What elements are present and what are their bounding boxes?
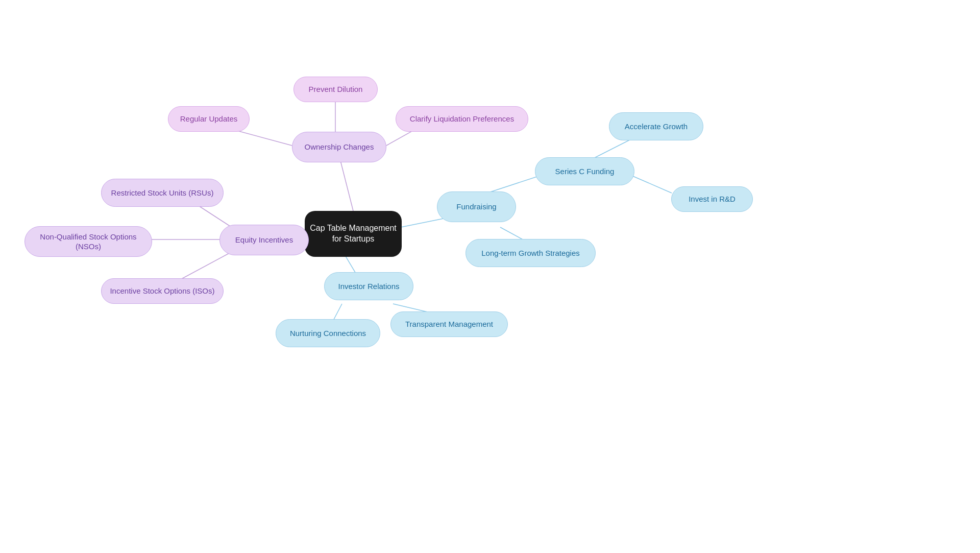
svg-line-15 — [633, 176, 672, 193]
longterm-growth-label: Long-term Growth Strategies — [479, 248, 582, 258]
series-c-label: Series C Funding — [553, 166, 617, 177]
regular-updates-node[interactable]: Regular Updates — [168, 106, 250, 132]
transparent-management-label: Transparent Management — [403, 319, 495, 329]
accelerate-growth-node[interactable]: Accelerate Growth — [609, 112, 703, 140]
isos-node[interactable]: Incentive Stock Options (ISOs) — [101, 278, 224, 304]
regular-updates-label: Regular Updates — [178, 114, 240, 124]
clarify-liquidation-label: Clarify Liquidation Preferences — [408, 114, 516, 124]
nurturing-connections-label: Nurturing Connections — [288, 328, 368, 339]
clarify-liquidation-node[interactable]: Clarify Liquidation Preferences — [396, 106, 528, 132]
equity-incentives-node[interactable]: Equity Incentives — [219, 225, 309, 255]
svg-line-0 — [339, 155, 353, 211]
nurturing-connections-node[interactable]: Nurturing Connections — [276, 319, 380, 347]
accelerate-growth-label: Accelerate Growth — [623, 122, 690, 132]
series-c-node[interactable]: Series C Funding — [535, 157, 634, 185]
ownership-changes-label: Ownership Changes — [303, 142, 376, 152]
isos-label: Incentive Stock Options (ISOs) — [108, 286, 216, 296]
equity-incentives-label: Equity Incentives — [233, 235, 295, 245]
rsus-label: Restricted Stock Units (RSUs) — [109, 188, 216, 198]
investor-relations-node[interactable]: Investor Relations — [324, 272, 413, 300]
investor-relations-label: Investor Relations — [336, 281, 401, 292]
invest-rd-node[interactable]: Invest in R&D — [671, 186, 753, 212]
fundraising-node[interactable]: Fundraising — [437, 191, 516, 222]
nsos-label: Non-Qualified Stock Options (NSOs) — [25, 232, 152, 252]
fundraising-label: Fundraising — [454, 202, 498, 212]
prevent-dilution-node[interactable]: Prevent Dilution — [293, 77, 378, 102]
longterm-growth-node[interactable]: Long-term Growth Strategies — [465, 239, 596, 267]
center-label: Cap Table Management for Startups — [305, 223, 402, 245]
rsus-node[interactable]: Restricted Stock Units (RSUs) — [101, 179, 224, 207]
prevent-dilution-label: Prevent Dilution — [307, 84, 365, 94]
center-node[interactable]: Cap Table Management for Startups — [305, 211, 402, 257]
ownership-changes-node[interactable]: Ownership Changes — [292, 132, 386, 162]
transparent-management-node[interactable]: Transparent Management — [390, 311, 508, 337]
nsos-node[interactable]: Non-Qualified Stock Options (NSOs) — [24, 226, 152, 257]
invest-rd-label: Invest in R&D — [687, 194, 738, 204]
